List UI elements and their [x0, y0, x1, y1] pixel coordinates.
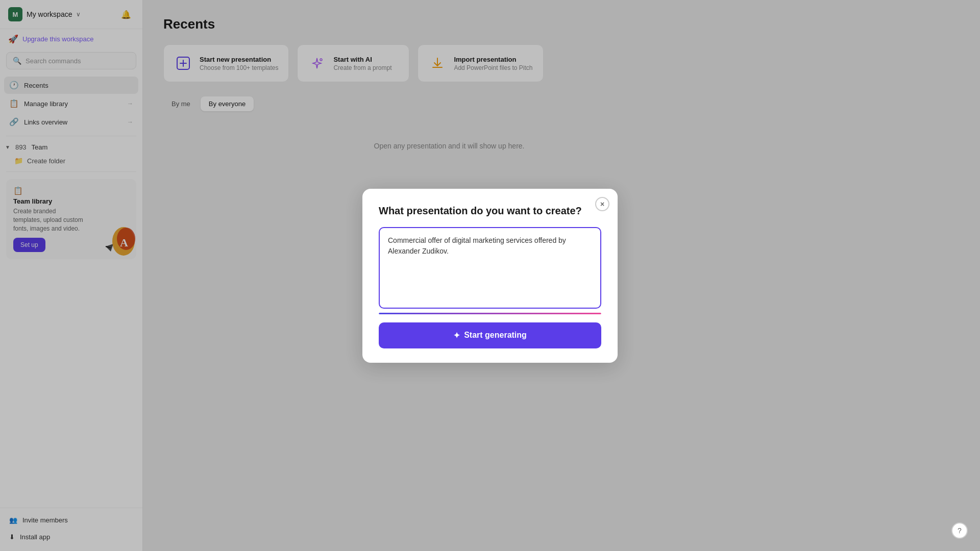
help-icon: ? — [958, 527, 962, 535]
modal-close-button[interactable]: × — [595, 197, 609, 211]
help-button[interactable]: ? — [951, 522, 968, 539]
sparkle-icon: ✦ — [453, 331, 460, 340]
presentation-prompt-textarea[interactable] — [379, 227, 601, 309]
modal-overlay[interactable]: What presentation do you want to create?… — [0, 0, 980, 551]
modal-progress-bar — [379, 313, 601, 314]
modal-textarea-wrapper — [379, 227, 601, 311]
start-generating-button[interactable]: ✦ Start generating — [379, 322, 601, 348]
progress-track — [379, 313, 601, 314]
generate-button-label: Start generating — [464, 331, 527, 340]
modal-title: What presentation do you want to create? — [379, 205, 601, 217]
ai-prompt-modal: What presentation do you want to create?… — [362, 189, 618, 363]
